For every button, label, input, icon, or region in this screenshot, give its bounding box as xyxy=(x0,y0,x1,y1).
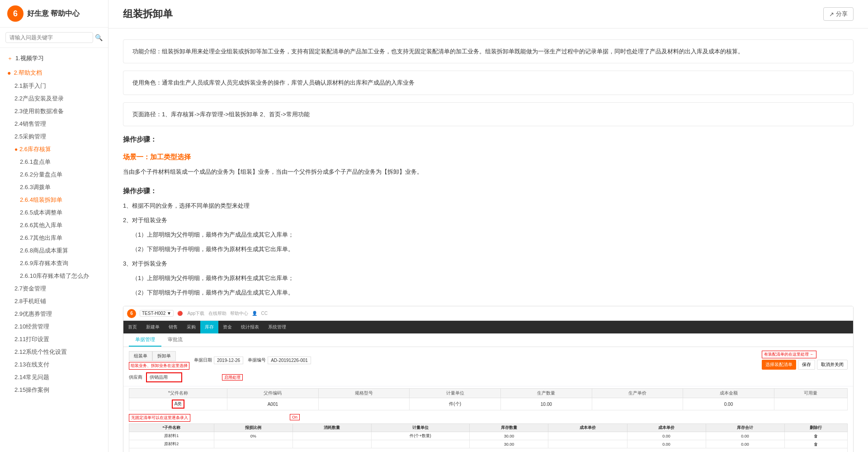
search-box: 🔍 xyxy=(0,28,108,48)
intro-block-2: 使用角色：通常由生产人员或库管人员完成拆装业务的操作，库管人员确认原材料的出库和… xyxy=(123,71,854,95)
sidebar-item-2-6-6[interactable]: 2.6.6其他入库单 xyxy=(0,219,108,232)
sim-lower-table-section: 无固定清单可以在这里逐条录入 On *子件名称 报损比例 消耗数量 计量单位 库… xyxy=(123,412,853,452)
sim-menu-stats[interactable]: 统计报表 xyxy=(236,321,264,333)
sim-cell-uprice xyxy=(592,398,683,410)
sim-menu-system[interactable]: 系统管理 xyxy=(264,321,291,333)
sim-upper-table: *父件名称 父件编码 规格型号 计量单位 生产数量 生产单价 成本金额 可用量 xyxy=(129,388,848,410)
sim-sub-row1-name[interactable]: 原材料1 xyxy=(129,432,214,440)
sim-sub-col-cprice: 成本单价 xyxy=(627,424,706,432)
sim-type-assemble[interactable]: 组装单 xyxy=(129,351,152,361)
sim-tab-manage[interactable]: 单据管理 xyxy=(129,333,161,347)
share-button[interactable]: ↗ 分享 xyxy=(823,7,854,21)
sim-logo: 6 xyxy=(127,309,136,318)
sim-sub-col-uprice: 成本单价 xyxy=(548,424,627,432)
sim-sub-col-loss: 报损比例 xyxy=(214,424,292,432)
sim-menu-home[interactable]: 首页 xyxy=(123,321,142,333)
step-3-sub-1: （1）上部明细为父件明细，最终作为原材料生成其它出库单； xyxy=(132,272,854,284)
sim-menu-inventory[interactable]: 库存 xyxy=(200,321,218,333)
sim-form-row: 组装单 拆卸单 组装业务、拆卸业务在这里选择 单据日期 2019-12-26 xyxy=(129,351,848,370)
sim-cell-cost: 0.00 xyxy=(683,398,774,410)
sidebar-item-2-4[interactable]: 2.4销售管理 xyxy=(0,118,108,130)
sim-menu-purchase[interactable]: 采购 xyxy=(182,321,200,333)
sidebar-item-2-1[interactable]: 2.1新手入门 xyxy=(0,80,108,92)
sidebar-item-2-2[interactable]: 2.2产品安装及登录 xyxy=(0,92,108,105)
sidebar-item-2-6-8[interactable]: 2.6.8商品成本重算 xyxy=(0,244,108,257)
sidebar-item-2-6-5[interactable]: 2.6.5成本调整单 xyxy=(0,206,108,219)
sim-company-select[interactable]: TEST-H002 ▼ xyxy=(140,310,174,317)
sim-right-btns: 选择装配清单 保存 取消并关闭 xyxy=(762,360,848,370)
sim-annotation-right: 有装配清单的在这里处理 ← 选择装配清单 保存 取消并关闭 xyxy=(762,351,848,370)
sidebar-item-2-6-3[interactable]: 2.6.3调拨单 xyxy=(0,181,108,194)
sidebar-item-2-6-4[interactable]: 2.6.4组装拆卸单 xyxy=(0,194,108,206)
sim-sub-row1-consume[interactable] xyxy=(292,432,371,440)
sim-sub-row2-del[interactable]: 🗑 xyxy=(784,440,847,448)
search-input[interactable] xyxy=(5,32,93,43)
sim-tab-approval[interactable]: 审批流 xyxy=(161,333,189,347)
sidebar-item-2-7[interactable]: 2.7资金管理 xyxy=(0,282,108,295)
sidebar-item-2-6-2[interactable]: 2.6.2分量盘点单 xyxy=(0,168,108,181)
step-3-sub-2: （2）下部明细为子件明细，最终作为产成品生成其它入库单。 xyxy=(132,287,854,299)
sim-screenshot: 6 TEST-H002 ▼ 🔴 App下载 在线帮助 帮助中心 👤 CC 首页 … xyxy=(123,306,853,452)
sim-order-value[interactable]: AD-20191226-001 xyxy=(268,357,311,364)
sim-sub-row1-total: 0.00 xyxy=(706,432,784,440)
sim-sub-row2-unit xyxy=(371,440,470,448)
sim-date-field: 单据日期 2019-12-26 xyxy=(194,357,243,364)
intro-block-3: 页面路径：1、库存核算->库存管理->组装拆卸单 2、首页->常用功能 xyxy=(123,102,854,126)
sim-date-label: 单据日期 xyxy=(194,357,212,363)
sidebar-header: 6 好生意 帮助中心 xyxy=(0,0,108,28)
operations-title: 操作步骤： xyxy=(123,135,854,144)
sim-sub-row2-cprice: 0.00 xyxy=(627,440,706,448)
sidebar-item-2-14[interactable]: 2.14常见问题 xyxy=(0,371,108,384)
sim-supplier-label: 供应商 xyxy=(129,374,142,381)
sim-type-disassemble[interactable]: 拆卸单 xyxy=(152,351,176,361)
app-name: 好生意 帮助中心 xyxy=(27,9,80,19)
sim-sub-row1-del[interactable]: 🗑 xyxy=(784,432,847,440)
sidebar-item-2-6[interactable]: ● 2.6库存核算 xyxy=(0,143,108,156)
sim-sub-row1-uprice xyxy=(548,432,627,440)
sim-menu-sales[interactable]: 销售 xyxy=(164,321,182,333)
sim-menu: 首页 新建单 销售 采购 库存 资金 统计报表 系统管理 xyxy=(123,321,853,333)
sim-sub-row2-name[interactable]: 原材料2 xyxy=(129,440,214,448)
sidebar-item-2-3[interactable]: 2.3使用前数据准备 xyxy=(0,105,108,118)
sidebar-item-2-6-1[interactable]: 2.6.1盘点单 xyxy=(0,156,108,168)
sim-date-value[interactable]: 2019-12-26 xyxy=(214,357,243,364)
sidebar-item-2-6-9[interactable]: 2.6.9库存账本查询 xyxy=(0,257,108,270)
nav-sub-sub-items-2-6: 2.6.1盘点单 2.6.2分量盘点单 2.6.3调拨单 2.6.4组装拆卸单 … xyxy=(0,156,108,282)
sim-type-tabs: 组装单 拆卸单 xyxy=(129,351,176,361)
sim-sub-row1-stock: 30.00 xyxy=(470,432,548,440)
sim-btn-save[interactable]: 保存 xyxy=(798,360,815,370)
sim-btn-select-bom[interactable]: 选择装配清单 xyxy=(762,360,796,370)
sim-supplier-value[interactable]: 供销品用 xyxy=(146,372,182,382)
sim-menu-new[interactable]: 新建单 xyxy=(142,321,164,333)
sidebar-item-2-5[interactable]: 2.5采购管理 xyxy=(0,130,108,143)
plus-icon: ＋ xyxy=(7,55,13,62)
page-title: 组装拆卸单 xyxy=(123,7,173,21)
sidebar-item-2-10[interactable]: 2.10经营管理 xyxy=(0,320,108,333)
sim-type-annotation: 组装业务、拆卸业务在这里选择 xyxy=(129,362,189,370)
sim-cell-parent-name[interactable]: A类 xyxy=(129,398,227,410)
sim-on-badge: On xyxy=(290,414,300,420)
table-row: A类 A001 件(个) 10.00 0.00 xyxy=(129,398,848,410)
sidebar-item-2-15[interactable]: 2.15操作案例 xyxy=(0,384,108,396)
nav-section-1-title[interactable]: ＋ 1.视频学习 xyxy=(0,52,108,65)
sidebar-item-2-11[interactable]: 2.11打印设置 xyxy=(0,333,108,346)
sidebar-item-2-12[interactable]: 2.12系统个性化设置 xyxy=(0,346,108,358)
sim-btn-cancel[interactable]: 取消并关闭 xyxy=(817,360,848,370)
sidebar-item-2-6-10[interactable]: 2.6.10库存账本错了怎么办 xyxy=(0,270,108,282)
share-icon: ↗ xyxy=(829,11,834,18)
sim-sub-row2-consume[interactable] xyxy=(292,440,371,448)
search-button[interactable]: 🔍 xyxy=(95,34,103,41)
sim-col-price: 生产单价 xyxy=(592,389,683,398)
nav-section-2: ● 2.帮助文档 2.1新手入门 2.2产品安装及登录 2.3使用前数据准备 2… xyxy=(0,66,108,396)
sim-type-wrapper: 组装单 拆卸单 组装业务、拆卸业务在这里选择 xyxy=(129,351,189,370)
sidebar-item-2-9[interactable]: 2.9优惠券管理 xyxy=(0,308,108,320)
sim-menu-finance[interactable]: 资金 xyxy=(218,321,236,333)
sidebar-item-2-6-7[interactable]: 2.6.7其他出库单 xyxy=(0,232,108,244)
sidebar-item-2-8[interactable]: 2.8手机旺铺 xyxy=(0,295,108,308)
table-row: 原材料2 30.00 0.00 0.00 🗑 xyxy=(129,440,848,448)
sidebar-item-2-13[interactable]: 2.13在线支付 xyxy=(0,358,108,371)
sim-cell-qty[interactable]: 10.00 xyxy=(500,398,592,410)
nav-section-2-title[interactable]: ● 2.帮助文档 xyxy=(0,66,108,80)
sim-order-field: 单据编号 AD-20191226-001 xyxy=(248,357,311,364)
sim-annotation-enable: 启用处理 xyxy=(222,374,243,381)
